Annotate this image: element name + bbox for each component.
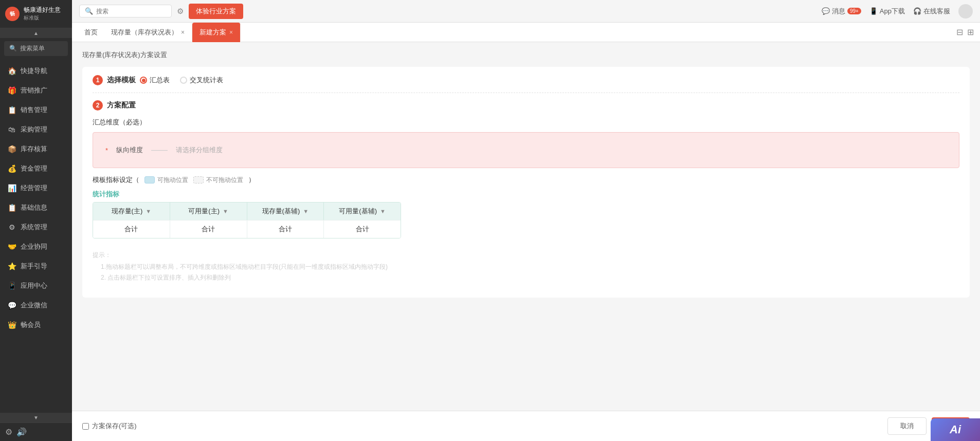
sidebar-bottom: ⚙ 🔊 (0, 422, 72, 441)
col2-header[interactable]: 可用量(主) ▼ (170, 203, 247, 220)
topbar-search-box[interactable]: 🔍 (79, 5, 172, 17)
logo-icon: 畅 (5, 7, 20, 21)
col2-label: 可用量(主) (188, 207, 220, 216)
save-option[interactable]: 方案保存(可选) (82, 421, 137, 431)
sidebar-item-member[interactable]: 👑 畅会员 (0, 315, 72, 335)
cancel-button[interactable]: 取消 (887, 417, 927, 435)
col4-header[interactable]: 可用量(基辅) ▼ (324, 203, 401, 220)
appcenter-icon: 📱 (7, 281, 16, 290)
scroll-down-btn[interactable]: ▼ (0, 413, 72, 422)
radio-summary-circle (140, 77, 147, 84)
ai-badge[interactable]: Ai (931, 418, 980, 441)
radio-summary-label: 汇总表 (150, 76, 170, 85)
save-checkbox[interactable] (82, 423, 89, 430)
sidebar-item-sales[interactable]: 📋 销售管理 (0, 100, 72, 120)
section2-header: 2 方案配置 (93, 100, 959, 111)
col1-dropdown-icon[interactable]: ▼ (146, 208, 151, 214)
col4-dropdown-icon[interactable]: ▼ (380, 208, 386, 214)
col3-dropdown-icon[interactable]: ▼ (303, 208, 308, 214)
sidebar-item-appcenter[interactable]: 📱 应用中心 (0, 276, 72, 296)
message-btn[interactable]: 💬 消息 99+ (822, 7, 861, 16)
audio-icon[interactable]: 🔊 (16, 427, 27, 437)
message-badge: 99+ (847, 8, 861, 14)
col3-label: 现存量(基辅) (262, 207, 300, 216)
section1-title: 选择模板 (107, 76, 136, 85)
sidebar-item-operations[interactable]: 📊 经营管理 (0, 178, 72, 198)
tab-home[interactable]: 首页 (78, 23, 104, 42)
tab-new-plan[interactable]: 新建方案 × (192, 23, 241, 42)
tips-title: 提示： (93, 251, 959, 260)
sidebar-item-label: 系统管理 (21, 223, 47, 232)
radio-cross-circle (180, 77, 187, 84)
sidebar-item-label: 新手引导 (21, 262, 47, 271)
sidebar-search[interactable]: 🔍 搜索菜单 (4, 41, 68, 56)
tab2-close-icon[interactable]: × (229, 29, 233, 36)
section2-title: 方案配置 (107, 101, 136, 110)
sidebar-item-label: 应用中心 (21, 281, 47, 290)
stats-table-header: 现存量(主) ▼ 可用量(主) ▼ 现存量(基辅) ▼ 可用量(基辅) ▼ (93, 203, 401, 220)
trial-btn[interactable]: 体验行业方案 (189, 4, 243, 19)
sidebar-item-finance[interactable]: 💰 资金管理 (0, 159, 72, 178)
sidebar-logo: 畅 畅康通好生意 标准版 (0, 0, 72, 28)
logo-text-block: 畅康通好生意 标准版 (24, 6, 61, 22)
app-download-label: App下载 (880, 7, 905, 16)
sidebar-item-system[interactable]: ⚙ 系统管理 (0, 217, 72, 237)
cell-1-3: 合计 (247, 220, 324, 238)
tab-collapse-btn[interactable]: ⊟ (956, 27, 963, 37)
tip1: 1.拖动标题栏可以调整布局，不可跨维度或指标区域拖动栏目字段(只能在同一维度或指… (93, 263, 959, 271)
tab-home-label: 首页 (84, 28, 98, 37)
ai-label: Ai (950, 423, 961, 436)
sidebar-item-contract[interactable]: 🤝 企业协同 (0, 237, 72, 256)
user-avatar[interactable] (958, 4, 973, 19)
inventory-icon: 📦 (7, 144, 16, 154)
page-content: 现存量(库存状况表)方案设置 1 选择模板 汇总表 交叉统计表 (72, 42, 980, 411)
system-icon: ⚙ (7, 223, 16, 232)
template-options: 汇总表 交叉统计表 (140, 76, 223, 85)
indicator-settings: 模板指标设定（ 可拖动位置 不可拖动位置 ） (93, 175, 959, 185)
sidebar-item-basic[interactable]: 📋 基础信息 (0, 198, 72, 217)
radio-summary[interactable]: 汇总表 (140, 76, 170, 85)
shortcut-icon: 🏠 (7, 66, 16, 76)
sidebar-item-inventory[interactable]: 📦 库存核算 (0, 139, 72, 159)
section1-header: 1 选择模板 汇总表 交叉统计表 (93, 75, 959, 85)
radio-cross[interactable]: 交叉统计表 (180, 76, 223, 85)
sidebar-item-label: 采购管理 (21, 125, 47, 134)
main-area: 🔍 ⚙ 体验行业方案 💬 消息 99+ 📱 App下载 🎧 在线客服 首页 (72, 0, 980, 441)
indicator-settings-suffix: ） (248, 175, 255, 185)
message-icon: 💬 (822, 7, 830, 15)
online-service-btn[interactable]: 🎧 在线客服 (913, 7, 950, 16)
tips-section: 提示： 1.拖动标题栏可以调整布局，不可跨维度或指标区域拖动栏目字段(只能在同一… (93, 246, 959, 289)
topbar: 🔍 ⚙ 体验行业方案 💬 消息 99+ 📱 App下载 🎧 在线客服 (72, 0, 980, 23)
finance-icon: 💰 (7, 164, 16, 173)
sidebar-item-marketing[interactable]: 🎁 营销推广 (0, 81, 72, 100)
sidebar-item-wechat[interactable]: 💬 企业微信 (0, 296, 72, 315)
movable-label: 可拖动位置 (157, 176, 188, 185)
sidebar-item-label: 快捷导航 (21, 66, 47, 76)
legend-movable: 可拖动位置 (144, 176, 188, 185)
cell-1-1: 合计 (93, 220, 170, 238)
stats-table-row: 合计 合计 合计 合计 (93, 220, 401, 238)
sidebar-item-purchase[interactable]: 🛍 采购管理 (0, 120, 72, 139)
cell-1-4: 合计 (324, 220, 401, 238)
scroll-up-btn[interactable]: ▲ (0, 28, 72, 38)
legend-fixed: 不可拖动位置 (193, 176, 243, 185)
col2-dropdown-icon[interactable]: ▼ (223, 208, 228, 214)
tab-expand-btn[interactable]: ⊞ (967, 27, 974, 37)
search-input[interactable] (96, 8, 166, 15)
dimension-placeholder: 请选择分组维度 (176, 145, 223, 155)
operations-icon: 📊 (7, 183, 16, 193)
settings-icon[interactable]: ⚙ (5, 427, 12, 437)
app-download-btn[interactable]: 📱 App下载 (869, 7, 905, 16)
sales-icon: 📋 (7, 105, 16, 115)
tab1-close-icon[interactable]: × (181, 29, 185, 36)
tabs-right-controls: ⊟ ⊞ (956, 27, 974, 37)
sidebar-item-newbie[interactable]: ⭐ 新手引导 (0, 256, 72, 276)
col1-header[interactable]: 现存量(主) ▼ (93, 203, 170, 220)
col3-header[interactable]: 现存量(基辅) ▼ (247, 203, 324, 220)
gear-icon[interactable]: ⚙ (177, 7, 184, 16)
col4-label: 可用量(基辅) (339, 207, 377, 216)
tab-inventory-status[interactable]: 现存量（库存状况表） × (104, 23, 192, 42)
col1-label: 现存量(主) (112, 207, 143, 216)
sidebar-item-shortcut[interactable]: 🏠 快捷导航 (0, 61, 72, 81)
cell-1-2: 合计 (170, 220, 247, 238)
